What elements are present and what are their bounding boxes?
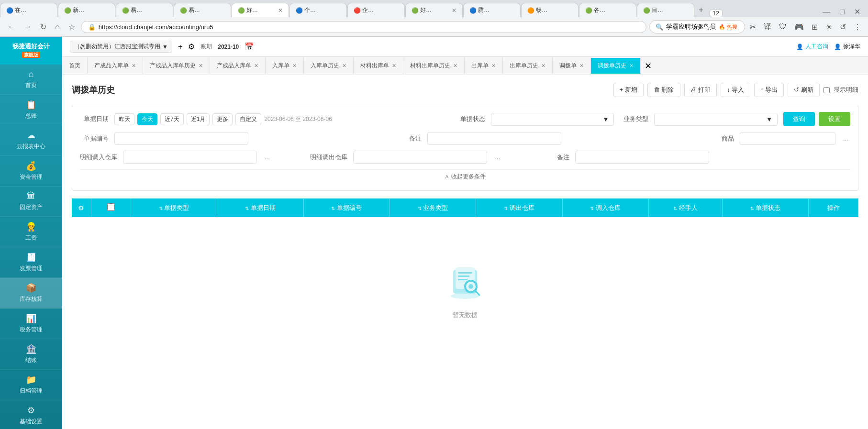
sidebar-item-invoice[interactable]: 🧾 发票管理	[0, 247, 62, 278]
display-toggle[interactable]: 显示明细	[823, 86, 858, 94]
game-btn[interactable]: 🎮	[792, 22, 806, 33]
table-col-type[interactable]: ⇅ 单据类型	[131, 198, 217, 217]
table-header-checkbox[interactable]	[91, 198, 131, 217]
star-btn[interactable]: ☆	[66, 22, 78, 33]
add-company-btn[interactable]: +	[178, 43, 182, 51]
maximize-btn[interactable]: □	[837, 7, 847, 17]
home-btn[interactable]: ⌂	[52, 22, 63, 32]
date-btn-today[interactable]: 今天	[137, 113, 157, 125]
remark-input[interactable]	[427, 132, 561, 145]
product-dots-btn[interactable]: ...	[841, 135, 850, 142]
export-btn[interactable]: ↑ 导出	[754, 83, 784, 97]
tab-close-7[interactable]: ✕	[452, 7, 456, 14]
table-col-biz-type[interactable]: ⇅ 业务类型	[389, 198, 476, 217]
delete-btn[interactable]: 🗑 删除	[647, 83, 680, 97]
browser-tab-active[interactable]: 🟢 好… ✕	[232, 3, 289, 17]
biz-type-filter-select[interactable]: ▼	[654, 113, 778, 126]
sidebar-item-archive[interactable]: 📁 归档管理	[0, 370, 62, 400]
service-link[interactable]: 👤 人工咨询	[796, 43, 828, 51]
grid-btn[interactable]: ⊞	[810, 22, 820, 33]
detail-out-dots-btn[interactable]: ...	[493, 154, 502, 161]
shield-btn[interactable]: 🛡	[777, 22, 789, 32]
table-col-number[interactable]: ⇅ 单据编号	[303, 198, 389, 217]
browser-tab-10[interactable]: 🟢 各…	[579, 3, 636, 17]
refresh-btn[interactable]: ↺ 刷新	[788, 83, 820, 97]
page-tab-7[interactable]: 材料出库单历史 ✕	[403, 58, 465, 74]
sidebar-item-inventory[interactable]: 📦 库存核算	[0, 278, 62, 308]
company-settings-btn[interactable]: ⚙	[188, 42, 195, 51]
status-filter-select[interactable]: ▼	[491, 113, 614, 126]
brightness-btn[interactable]: ☀	[823, 22, 834, 33]
table-col-status[interactable]: ⇅ 单据状态	[722, 198, 808, 217]
page-tab-8[interactable]: 出库单 ✕	[465, 58, 503, 74]
tab-2-close[interactable]: ✕	[199, 63, 203, 69]
select-all-checkbox[interactable]	[107, 203, 115, 211]
translate-btn[interactable]: 译	[762, 21, 773, 33]
date-btn-more[interactable]: 更多	[212, 113, 233, 125]
undo-btn[interactable]: ↺	[838, 22, 848, 33]
new-tab-button[interactable]: +	[695, 3, 708, 17]
sidebar-item-tax[interactable]: 📊 税务管理	[0, 308, 62, 339]
tab-close-active[interactable]: ✕	[278, 7, 283, 14]
calendar-icon[interactable]: 📅	[245, 42, 254, 51]
detail-in-input[interactable]	[123, 151, 257, 164]
tab-1-close[interactable]: ✕	[132, 63, 136, 69]
page-tab-1[interactable]: 产成品入库单 ✕	[88, 58, 143, 74]
tab-7-close[interactable]: ✕	[453, 63, 457, 69]
browser-tab-4[interactable]: 🟢 易…	[174, 3, 231, 17]
print-btn[interactable]: 🖨 打印	[684, 83, 717, 97]
tab-10-close[interactable]: ✕	[579, 63, 584, 69]
browser-tab-7[interactable]: 🟢 好… ✕	[405, 3, 463, 17]
extension-btn[interactable]: ✂	[748, 22, 758, 33]
new-btn[interactable]: + 新增	[613, 83, 644, 97]
table-col-out-wh[interactable]: ⇅ 调出仓库	[476, 198, 562, 217]
collapse-tabs-btn[interactable]: ✕	[641, 61, 656, 71]
menu-btn[interactable]: ⋮	[852, 22, 863, 33]
sidebar-item-home[interactable]: ⌂ 首页	[0, 65, 62, 95]
page-tab-9[interactable]: 出库单历史 ✕	[503, 58, 553, 74]
table-header-gear[interactable]: ⚙	[72, 198, 91, 217]
page-tab-6[interactable]: 材料出库单 ✕	[354, 58, 403, 74]
doc-number-input[interactable]	[114, 132, 248, 145]
detail-in-dots-btn[interactable]: ...	[263, 154, 272, 161]
browser-search-box[interactable]: 🔍 学霸应聘场驱鸟员 🔥 热搜	[649, 20, 745, 33]
import-btn[interactable]: ↓ 导入	[721, 83, 750, 97]
browser-tab-11[interactable]: 🟢 目…	[637, 3, 694, 17]
page-tab-home[interactable]: 首页	[62, 58, 88, 74]
page-tab-11[interactable]: 调拨单历史 ✕	[591, 58, 641, 74]
page-tab-10[interactable]: 调拨单 ✕	[553, 58, 591, 74]
table-col-in-wh[interactable]: ⇅ 调入仓库	[562, 198, 648, 217]
tab-5-close[interactable]: ✕	[342, 63, 346, 69]
tab-4-close[interactable]: ✕	[292, 63, 297, 69]
tab-8-close[interactable]: ✕	[491, 63, 496, 69]
date-btn-custom[interactable]: 自定义	[235, 113, 261, 125]
browser-tab-1[interactable]: 🔵 在…	[0, 3, 57, 17]
sidebar-item-finance[interactable]: 💰 资金管理	[0, 156, 62, 187]
sidebar-item-settings[interactable]: ⚙ 基础设置	[0, 400, 62, 429]
sidebar-item-ledger[interactable]: 📋 总账	[0, 95, 62, 125]
settings-btn[interactable]: 设置	[819, 112, 850, 126]
tab-6-close[interactable]: ✕	[392, 63, 396, 69]
detail-out-input[interactable]	[353, 151, 487, 164]
close-window-btn[interactable]: ✕	[851, 6, 863, 17]
tab-3-close[interactable]: ✕	[254, 63, 258, 69]
minimize-btn[interactable]: —	[820, 7, 833, 17]
gear-icon[interactable]: ⚙	[78, 204, 84, 212]
product-input[interactable]	[740, 132, 835, 145]
sidebar-item-salary[interactable]: 👷 工资	[0, 217, 62, 247]
forward-btn[interactable]: →	[21, 22, 34, 32]
date-btn-7days[interactable]: 近7天	[160, 113, 184, 125]
page-tab-3[interactable]: 产成品入库单 ✕	[210, 58, 266, 74]
browser-tab-3[interactable]: 🟢 易…	[116, 3, 173, 17]
sidebar-item-assets[interactable]: 🏛 固定资产	[0, 187, 62, 217]
company-selector[interactable]: （勿删勿禁用）江西服宝测试专用 ▼	[70, 41, 172, 53]
user-menu[interactable]: 👤 徐泽华	[834, 43, 860, 51]
browser-tab-5[interactable]: 🔵 个…	[289, 3, 347, 17]
collapse-bar[interactable]: ∧ 收起更多条件	[80, 169, 850, 184]
page-tab-2[interactable]: 产成品入库单历史 ✕	[143, 58, 210, 74]
table-col-date[interactable]: ⇅ 单据日期	[217, 198, 303, 217]
detail-remark-input[interactable]	[575, 151, 709, 164]
date-btn-yesterday[interactable]: 昨天	[114, 113, 134, 125]
sidebar-item-settle[interactable]: 🏦 结账	[0, 339, 62, 370]
reload-btn[interactable]: ↻	[37, 22, 49, 33]
